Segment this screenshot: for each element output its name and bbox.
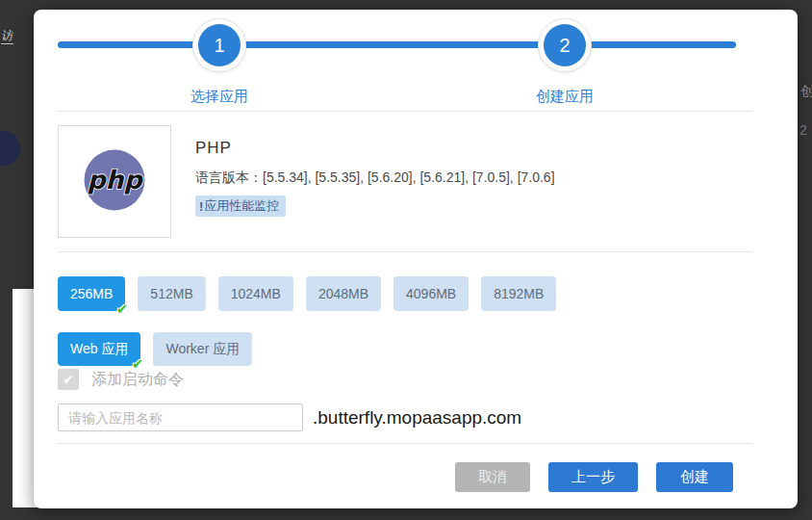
create-button[interactable]: 创建 xyxy=(656,462,733,492)
badge-label: 应用性能监控 xyxy=(204,197,279,215)
background-text-fragment: 2 xyxy=(799,122,810,138)
memory-option-label: 256MB xyxy=(70,286,113,301)
create-app-dialog: 1 选择应用 2 创建应用 php PHP 语言版本：[5.5.34], [5.… xyxy=(34,10,798,508)
step-number-badge: 2 xyxy=(544,24,586,66)
memory-options-row: 256MB ✔ 512MB 1024MB 2048MB 4096MB 8192M… xyxy=(58,276,556,311)
step-label: 选择应用 xyxy=(162,88,277,106)
memory-option-256mb[interactable]: 256MB ✔ xyxy=(58,276,125,311)
type-option-label: Worker 应用 xyxy=(165,341,240,358)
background-text-fragment: 创 xyxy=(800,83,812,98)
selected-app-card: php xyxy=(58,125,171,238)
previous-step-button[interactable]: 上一步 xyxy=(548,462,638,492)
header-divider xyxy=(58,111,752,112)
step-label: 创建应用 xyxy=(507,88,622,106)
php-logo-icon: php xyxy=(59,125,170,238)
performance-monitor-badge: ! 应用性能监控 xyxy=(195,195,286,217)
app-type-options-row: Web 应用 ✔ Worker 应用 xyxy=(58,332,252,366)
background-avatar-circle xyxy=(0,131,20,166)
step-number-badge: 1 xyxy=(198,24,241,66)
memory-option-label: 512MB xyxy=(150,286,192,301)
memory-option-label: 4096MB xyxy=(406,286,456,301)
step-ring: 1 xyxy=(192,18,246,72)
memory-option-2048mb[interactable]: 2048MB xyxy=(306,276,381,311)
page-background: 访 创 2 1 选择应用 2 创建应用 php PHP 语言版本：[5.5. xyxy=(0,0,812,520)
app-language-versions: 语言版本：[5.5.34], [5.5.35], [5.6.20], [5.6.… xyxy=(195,169,555,187)
step-select-app: 1 选择应用 xyxy=(162,18,277,106)
cancel-button[interactable]: 取消 xyxy=(455,462,530,492)
domain-suffix: .butterfly.mopaasapp.com xyxy=(313,407,521,429)
startup-command-label: 添加启动命令 xyxy=(91,370,184,390)
app-name-input[interactable] xyxy=(58,403,303,431)
step-create-app: 2 创建应用 xyxy=(507,18,622,106)
memory-option-label: 8192MB xyxy=(494,286,544,301)
alert-icon: ! xyxy=(199,199,203,214)
selected-check-icon: ✔ xyxy=(116,300,129,318)
background-text-fragment: 访 xyxy=(1,28,13,44)
memory-option-8192mb[interactable]: 8192MB xyxy=(481,276,556,311)
memory-option-512mb[interactable]: 512MB xyxy=(138,276,205,311)
step-ring: 2 xyxy=(538,18,592,72)
footer-divider xyxy=(58,443,752,444)
svg-text:php: php xyxy=(88,165,144,195)
section-divider xyxy=(58,251,752,252)
memory-option-label: 2048MB xyxy=(318,286,368,301)
app-title: PHP xyxy=(195,139,232,158)
type-option-worker[interactable]: Worker 应用 xyxy=(153,332,252,366)
startup-command-row: ✔ 添加启动命令 xyxy=(58,369,184,390)
startup-command-checkbox[interactable]: ✔ xyxy=(58,369,79,390)
memory-option-4096mb[interactable]: 4096MB xyxy=(393,276,469,311)
memory-option-1024mb[interactable]: 1024MB xyxy=(218,276,293,311)
type-option-label: Web 应用 xyxy=(70,341,128,358)
app-name-row: .butterfly.mopaasapp.com xyxy=(58,403,521,431)
stepper-progress-bar xyxy=(58,41,736,48)
type-option-web[interactable]: Web 应用 ✔ xyxy=(58,332,140,366)
memory-option-label: 1024MB xyxy=(231,286,281,301)
